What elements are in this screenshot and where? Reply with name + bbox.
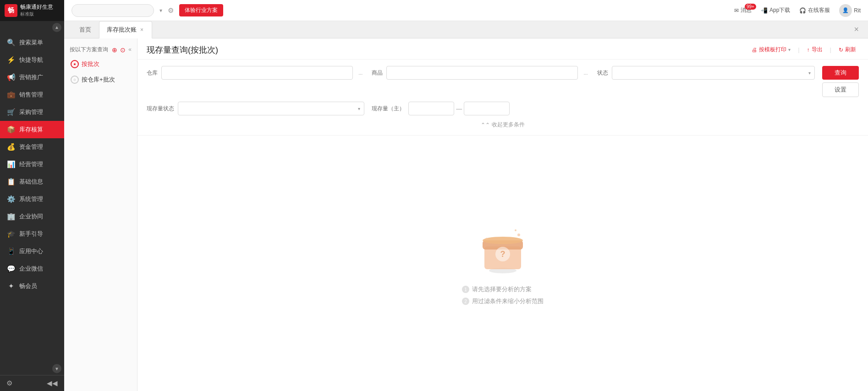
sidebar: 畅 畅康通好生意 标准版 ▲ 🔍 搜索菜单 ⚡ 快捷导航 📢 营销推广 💼 销售… <box>0 0 64 391</box>
collapse-panel-icon[interactable]: « <box>128 46 132 54</box>
tab-inventory-batch-label: 库存批次账 <box>107 26 137 34</box>
product-filter: 商品 ... <box>372 66 589 80</box>
empty-state: ? 1 请先选择要分析的方案 2 用过滤条件来缩小分析范围 <box>137 136 868 391</box>
sidebar-item-marketing[interactable]: 📢 营销推广 <box>0 69 64 86</box>
purchase-icon: 🛒 <box>6 108 16 116</box>
scheme-by-warehouse-batch[interactable]: ○ 按仓库+批次 <box>64 72 137 87</box>
sidebar-item-label: 库存核算 <box>19 125 43 134</box>
tab-inventory-batch[interactable]: 库存批次账 × <box>99 21 152 38</box>
header-actions: 🖨 按模板打印 ▾ | ↑ 导出 | ↻ 刷新 <box>749 44 859 55</box>
settings-icon[interactable]: ⚙ <box>6 379 12 387</box>
tip-num-1: 1 <box>462 286 469 293</box>
sidebar-item-operations[interactable]: 📊 经营管理 <box>0 156 64 173</box>
sidebar-item-label: 销售管理 <box>19 91 43 99</box>
tabbar: 首页 库存批次账 × × <box>64 21 868 38</box>
qty-range: — <box>408 102 510 115</box>
trial-button[interactable]: 体验行业方案 <box>179 4 223 16</box>
main-area: ▾ ⚙ 体验行业方案 ✉ 消息 99+ 📲 App下载 🎧 在线客服 👤 Rit <box>64 0 868 391</box>
message-icon: ✉ <box>734 7 739 14</box>
tab-home-label: 首页 <box>79 26 91 34</box>
product-more-btn[interactable]: ... <box>582 69 589 76</box>
refresh-button[interactable]: ↻ 刷新 <box>836 44 859 55</box>
sidebar-item-apps[interactable]: 📱 应用中心 <box>0 243 64 260</box>
page-title: 现存量查询(按批次) <box>147 44 218 55</box>
header-divider2: | <box>830 46 831 53</box>
app-download-button[interactable]: 📲 App下载 <box>761 6 790 14</box>
tabbar-close-button[interactable]: × <box>852 25 861 34</box>
sidebar-nav: 🔍 搜索菜单 ⚡ 快捷导航 📢 营销推广 💼 销售管理 🛒 采购管理 📦 库存核… <box>0 34 64 362</box>
sidebar-item-member[interactable]: ✦ 畅会员 <box>0 277 64 295</box>
filter-area: 仓库 ... 商品 ... <box>137 60 868 136</box>
svg-point-8 <box>515 229 516 231</box>
online-service-button[interactable]: 🎧 在线客服 <box>799 6 830 14</box>
right-panel: 现存量查询(按批次) 🖨 按模板打印 ▾ | ↑ 导出 | ↻ <box>137 38 868 391</box>
scheme-by-batch[interactable]: ● 按批次 <box>64 56 137 72</box>
inventory-status-filter: 现存量状态 ▾ <box>147 102 364 115</box>
warehouse-input[interactable] <box>161 66 353 80</box>
warehouse-more-btn[interactable]: ... <box>357 69 364 76</box>
settings-button[interactable]: 设置 <box>822 82 859 97</box>
scheme-icon-red: ● <box>71 60 79 68</box>
empty-tip-2: 2 用过滤条件来缩小分析范围 <box>462 297 544 305</box>
status-chevron-icon: ▾ <box>808 71 811 76</box>
export-button[interactable]: ↑ 导出 <box>804 44 825 55</box>
sidebar-item-system[interactable]: ⚙️ 系统管理 <box>0 190 64 208</box>
sidebar-item-wechat[interactable]: 💬 企业微信 <box>0 260 64 277</box>
product-label: 商品 <box>372 69 383 77</box>
warehouse-filter: 仓库 ... <box>147 66 364 80</box>
qty-max-input[interactable] <box>464 102 510 115</box>
sidebar-item-purchase[interactable]: 🛒 采购管理 <box>0 103 64 121</box>
add-scheme-icon[interactable]: ⊕ <box>112 46 117 54</box>
enterprise-icon: 🏢 <box>6 212 16 221</box>
tab-home[interactable]: 首页 <box>71 21 99 38</box>
sidebar-item-shortcut[interactable]: ⚡ 快捷导航 <box>0 51 64 69</box>
sidebar-item-label: 快捷导航 <box>19 56 43 64</box>
sidebar-item-label: 新手引导 <box>19 230 43 238</box>
sidebar-item-inventory[interactable]: 📦 库存核算 <box>0 121 64 138</box>
collapse-label: 收起更多条件 <box>492 121 525 129</box>
qty-min-input[interactable] <box>408 102 454 115</box>
svg-text:?: ? <box>500 250 505 259</box>
tip-text-1: 请先选择要分析的方案 <box>472 285 532 293</box>
content-area: 按以下方案查询 ⊕ ⊙ « ● 按批次 ○ 按仓库+批次 现存量查询(按批次) <box>64 38 868 391</box>
status-select[interactable]: ▾ <box>612 66 815 80</box>
search-icon: 🔍 <box>6 38 16 47</box>
avatar: 👤 <box>839 4 852 17</box>
page-header: 现存量查询(按批次) 🖨 按模板打印 ▾ | ↑ 导出 | ↻ <box>137 38 868 60</box>
sidebar-item-newbie[interactable]: 🎓 新手引导 <box>0 225 64 243</box>
scheme-label: 按批次 <box>82 60 99 68</box>
app-title: 畅康通好生意 <box>20 4 53 11</box>
collapse-sidebar-icon[interactable]: ◀◀ <box>47 379 58 387</box>
sidebar-item-search[interactable]: 🔍 搜索菜单 <box>0 34 64 51</box>
topbar-gear-icon[interactable]: ⚙ <box>168 6 174 15</box>
sidebar-item-label: 资金管理 <box>19 143 43 151</box>
left-panel-header: 按以下方案查询 ⊕ ⊙ « <box>64 43 137 56</box>
inventory-status-label: 现存量状态 <box>147 105 174 113</box>
topbar-chevron-icon[interactable]: ▾ <box>159 7 162 14</box>
sidebar-item-finance[interactable]: 💰 资金管理 <box>0 138 64 156</box>
header-divider: | <box>798 46 799 53</box>
query-button[interactable]: 查询 <box>822 66 859 80</box>
inventory-status-select[interactable]: ▾ <box>178 102 364 115</box>
export-icon: ↑ <box>807 47 810 53</box>
product-input[interactable] <box>386 66 578 80</box>
sidebar-bottom: ⚙ ◀◀ <box>0 375 64 391</box>
sidebar-scroll-down[interactable]: ▼ <box>52 364 61 373</box>
tab-close-icon[interactable]: × <box>139 27 144 33</box>
message-button[interactable]: ✉ 消息 99+ <box>734 6 752 14</box>
basic-icon: 📋 <box>6 178 16 186</box>
settings-scheme-icon[interactable]: ⊙ <box>120 46 126 54</box>
sidebar-item-label: 搜索菜单 <box>19 38 43 47</box>
apps-icon: 📱 <box>6 247 16 255</box>
collapse-filters-button[interactable]: ⌃⌃ 收起更多条件 <box>147 119 859 130</box>
topbar-search-input[interactable] <box>71 4 154 17</box>
collapse-up-icon: ⌃⌃ <box>481 122 490 128</box>
print-button[interactable]: 🖨 按模板打印 ▾ <box>749 44 793 55</box>
sidebar-item-sales[interactable]: 💼 销售管理 <box>0 86 64 103</box>
user-profile[interactable]: 👤 Rit <box>839 4 861 17</box>
status-filter: 状态 ▾ <box>597 66 815 80</box>
sidebar-item-basic[interactable]: 📋 基础信息 <box>0 173 64 190</box>
member-icon: ✦ <box>6 282 16 290</box>
sidebar-scroll-up[interactable]: ▲ <box>52 23 61 32</box>
sidebar-item-enterprise[interactable]: 🏢 企业协同 <box>0 208 64 225</box>
